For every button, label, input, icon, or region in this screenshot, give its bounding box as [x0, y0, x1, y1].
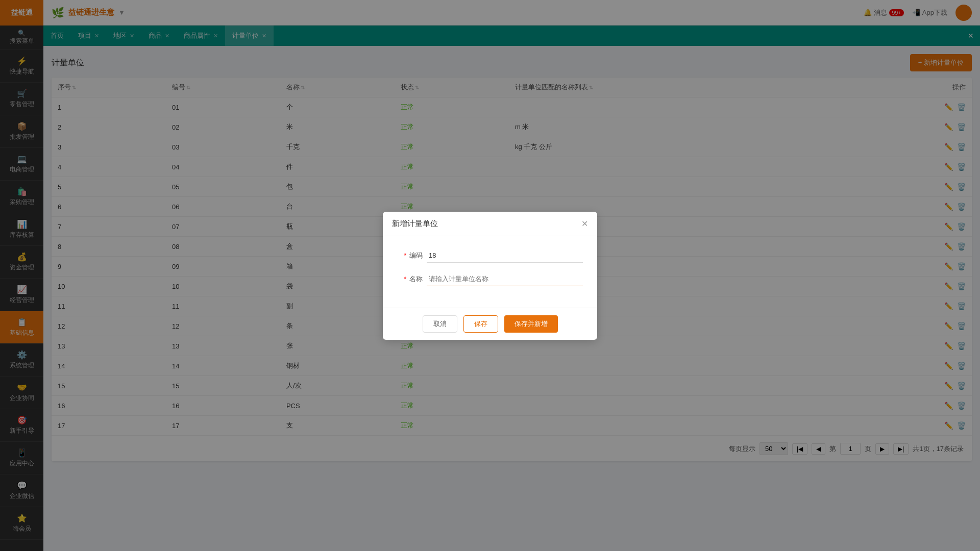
modal-close-button[interactable]: ✕	[581, 219, 588, 229]
modal-overlay: 新增计量单位 ✕ * 编码 * 名称 取消 保存 保存并新增	[0, 0, 980, 551]
modal-header: 新增计量单位 ✕	[383, 212, 597, 236]
name-input[interactable]	[427, 272, 583, 286]
modal-body: * 编码 * 名称	[383, 236, 597, 308]
form-row-code: * 编码	[397, 248, 583, 263]
cancel-button[interactable]: 取消	[423, 315, 457, 333]
save-new-button[interactable]: 保存并新增	[504, 315, 558, 333]
name-label: * 名称	[397, 274, 423, 284]
modal-footer: 取消 保存 保存并新增	[383, 308, 597, 340]
name-required: *	[404, 275, 406, 283]
form-row-name: * 名称	[397, 272, 583, 286]
code-required: *	[404, 252, 406, 259]
modal-title: 新增计量单位	[392, 219, 438, 229]
code-input[interactable]	[427, 248, 583, 263]
save-button[interactable]: 保存	[463, 315, 498, 333]
add-unit-modal: 新增计量单位 ✕ * 编码 * 名称 取消 保存 保存并新增	[383, 212, 597, 340]
code-label: * 编码	[397, 251, 423, 260]
